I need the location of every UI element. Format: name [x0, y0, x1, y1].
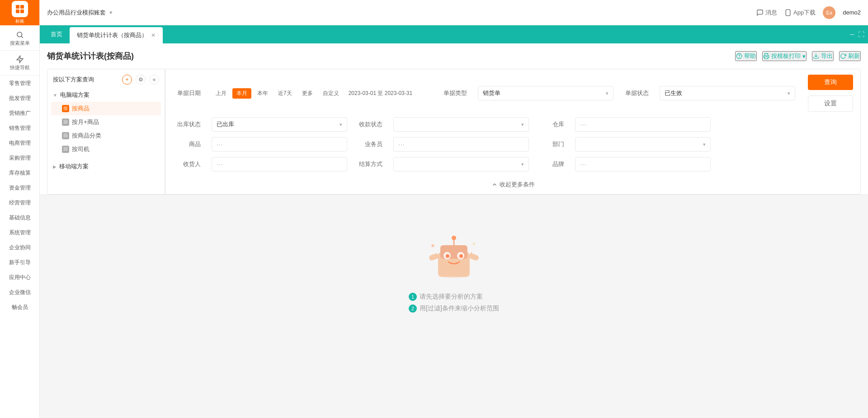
sidebar-item-wechat[interactable]: 企业微信	[0, 285, 39, 300]
mobile-scheme-group: ▶ 移动端方案	[47, 160, 165, 173]
sidebar-item-base[interactable]: 基础信息	[0, 210, 39, 225]
quick-nav-button[interactable]: 快捷导航	[0, 52, 39, 74]
goods-select[interactable]: ···	[212, 137, 347, 152]
scheme-item-month-goods[interactable]: 回 按月+商品	[51, 115, 161, 129]
scheme-item-by-goods[interactable]: 按 按商品	[51, 102, 161, 115]
quick-nav-section: 快捷导航	[0, 51, 39, 76]
doc-status-value: 已生效	[665, 89, 682, 97]
add-scheme-button[interactable]: +	[122, 75, 132, 85]
message-label: 消息	[765, 9, 777, 17]
sidebar-item-wholesale[interactable]: 批发管理	[0, 91, 39, 106]
refresh-button[interactable]: 刷新	[839, 51, 861, 61]
scheme-item-label-goods: 按商品	[72, 104, 90, 113]
filter-sidebar-title: 按以下方案查询	[53, 76, 94, 84]
sidebar-item-sales-label: 销售管理	[9, 124, 31, 132]
date-range-text: 2023-03-01 至 2023-03-31	[349, 90, 412, 97]
salesperson-dots: ···	[398, 141, 405, 148]
doc-status-arrow: ▾	[788, 90, 790, 96]
goods-dots: ···	[217, 141, 223, 148]
warehouse-select[interactable]: 已出库 ▾	[212, 117, 347, 132]
tabbar: 首页 销货单统计计表（按商品） ✕ ─ ⛶	[40, 25, 868, 43]
payment-label: 结算方式	[354, 160, 386, 168]
tab-close-icon[interactable]: ✕	[151, 32, 156, 38]
date-tab-custom[interactable]: 自定义	[319, 88, 343, 99]
collect-select[interactable]: ▾	[393, 117, 529, 132]
empty-hint-1: 1 请先选择要分析的方案	[409, 293, 499, 301]
doc-type-value: 销货单	[483, 89, 500, 97]
tab-minimize-button[interactable]: ─	[850, 31, 854, 38]
tab-active[interactable]: 销货单统计计表（按商品） ✕	[70, 27, 163, 43]
main-content: 办公用品行业模拟账套 ▾ 消息 App下载 Ea demo2 首页 销货单统计计…	[40, 0, 868, 418]
filter-sidebar-header: 按以下方案查询 + ⚙ «	[47, 75, 165, 88]
query-btn-group: 查询 设置	[808, 75, 853, 112]
salesperson-select[interactable]: ···	[393, 137, 529, 152]
sidebar-item-appcenter[interactable]: 应用中心	[0, 270, 39, 285]
query-button[interactable]: 查询	[808, 75, 853, 90]
sidebar-item-marketing[interactable]: 营销推广	[0, 106, 39, 121]
svg-rect-11	[765, 57, 768, 59]
hint-num-1: 1	[409, 293, 417, 301]
sidebar-item-member[interactable]: 畅会员	[0, 300, 39, 315]
date-tab-thisyear[interactable]: 本年	[253, 88, 272, 99]
svg-line-5	[21, 36, 23, 38]
user-avatar[interactable]: Ea	[823, 6, 835, 19]
sidebar-item-sales[interactable]: 销售管理	[0, 121, 39, 136]
bottom-section: ★ ★ ★ 1 请先选择要分析的方案 2 用[过滤]条件来缩小分析范围	[40, 195, 868, 418]
empty-state: ★ ★ ★ 1 请先选择要分析的方案 2 用[过滤]条件来缩小分析范围	[47, 202, 861, 343]
sidebar-item-ecom-label: 电商管理	[9, 139, 31, 147]
mobile-scheme-group-header[interactable]: ▶ 移动端方案	[51, 160, 161, 173]
date-tab-more[interactable]: 更多	[298, 88, 317, 99]
sidebar-item-retail[interactable]: 零售管理	[0, 76, 39, 91]
payment-select[interactable]: ▾	[393, 157, 529, 171]
tab-home[interactable]: 首页	[43, 25, 70, 43]
dept-label: 部门	[536, 140, 568, 148]
scheme-collapse-icon[interactable]: «	[149, 75, 159, 85]
settings-button[interactable]: 设置	[808, 95, 853, 112]
sidebar-item-ecom[interactable]: 电商管理	[0, 136, 39, 151]
print-button[interactable]: 按模板打印 ▾	[762, 51, 807, 61]
receiver-label: 收货人	[173, 160, 204, 168]
doc-status-select[interactable]: 已生效 ▾	[660, 86, 795, 100]
collapse-button[interactable]: 收起更多条件	[491, 180, 535, 189]
sidebar-item-finance[interactable]: 资金管理	[0, 180, 39, 195]
scheme-item-driver[interactable]: 回 按司机	[51, 142, 161, 156]
message-button[interactable]: 消息	[756, 9, 777, 17]
svg-point-21	[459, 254, 463, 258]
date-tab-lastmonth[interactable]: 上月	[212, 88, 231, 99]
empty-illustration: ★ ★ ★	[427, 229, 481, 284]
brand-select[interactable]: ···	[575, 157, 711, 171]
sidebar-item-appcenter-label: 应用中心	[9, 274, 31, 281]
tab-maximize-button[interactable]: ⛶	[858, 31, 864, 38]
logo-area: 标账	[0, 0, 39, 25]
scheme-settings-icon[interactable]: ⚙	[136, 75, 146, 85]
sidebar-item-operations[interactable]: 经营管理	[0, 195, 39, 210]
pc-scheme-group-header[interactable]: ▼ 电脑端方案	[51, 88, 161, 102]
storage-select[interactable]: ···	[575, 117, 711, 132]
svg-rect-7	[786, 10, 790, 15]
sidebar-item-finance-label: 资金管理	[9, 184, 31, 192]
receiver-select[interactable]: ···	[212, 157, 347, 171]
scheme-item-category[interactable]: 回 按商品分类	[51, 129, 161, 142]
help-button[interactable]: 帮助	[735, 51, 757, 61]
page-title-row: 销货单统计计表(按商品) 帮助 按模板打印 ▾ 导出	[47, 51, 861, 62]
export-button[interactable]: 导出	[812, 51, 834, 61]
date-tab-7days[interactable]: 近7天	[274, 88, 296, 99]
app-download-label: App下载	[793, 9, 816, 17]
dept-select[interactable]: ▾	[575, 137, 711, 152]
empty-hint-2: 2 用[过滤]条件来缩小分析范围	[409, 304, 499, 313]
sidebar-item-purchase[interactable]: 采购管理	[0, 151, 39, 166]
sidebar-item-enterprise[interactable]: 企业协同	[0, 240, 39, 255]
sidebar-item-inventory[interactable]: 库存核算	[0, 166, 39, 180]
date-tabs: 上月 本月 本年 近7天 更多 自定义	[212, 88, 343, 99]
sidebar-item-system[interactable]: 系统管理	[0, 225, 39, 240]
topbar-dropdown-icon[interactable]: ▾	[109, 9, 113, 16]
sidebar-search-section: 搜索菜单	[0, 25, 39, 51]
date-tab-thismonth[interactable]: 本月	[232, 88, 251, 99]
search-menu-button[interactable]: 搜索菜单	[3, 29, 37, 48]
print-dropdown-icon[interactable]: ▾	[802, 53, 806, 60]
sidebar-item-newbie[interactable]: 新手引导	[0, 255, 39, 270]
app-download-button[interactable]: App下载	[784, 9, 816, 17]
content-wrapper: 销货单统计计表(按商品) 帮助 按模板打印 ▾ 导出	[40, 43, 868, 418]
doc-type-select[interactable]: 销货单 ▾	[478, 86, 613, 100]
warehouse-arrow: ▾	[340, 122, 342, 128]
